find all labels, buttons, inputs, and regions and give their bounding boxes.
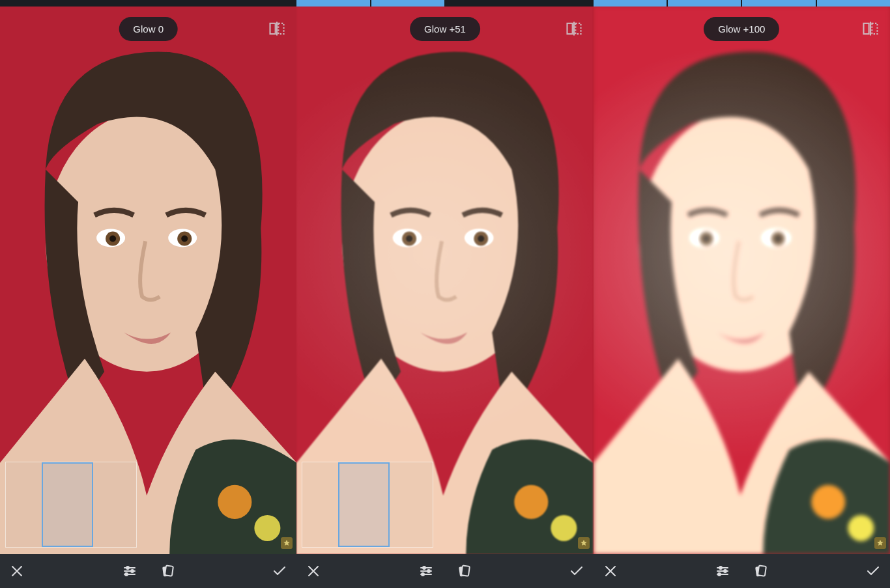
photo-canvas[interactable] <box>594 7 890 554</box>
bottom-toolbar <box>296 554 593 588</box>
star-icon <box>874 537 886 549</box>
svg-point-24 <box>406 235 412 242</box>
svg-point-43 <box>775 235 781 242</box>
svg-point-19 <box>342 111 544 371</box>
svg-point-15 <box>125 573 128 576</box>
svg-point-13 <box>126 567 129 569</box>
editor-pane-0: Glow 0 <box>0 0 296 588</box>
triptych: Glow 0 <box>0 0 890 588</box>
svg-rect-17 <box>165 565 173 576</box>
svg-point-20 <box>393 229 422 247</box>
editor-pane-1: Glow +51 <box>296 0 593 588</box>
svg-point-7 <box>181 235 188 242</box>
compare-icon[interactable] <box>268 20 286 38</box>
check-icon[interactable] <box>865 563 881 579</box>
svg-point-6 <box>109 235 116 242</box>
bottom-toolbar <box>0 554 296 588</box>
star-icon <box>281 537 293 549</box>
parameter-pill: Glow +100 <box>704 17 779 41</box>
minimap-viewport[interactable] <box>42 462 93 547</box>
cards-icon[interactable] <box>456 563 472 579</box>
svg-point-9 <box>254 515 280 541</box>
parameter-pill: Glow +51 <box>410 17 480 41</box>
check-icon[interactable] <box>272 563 287 579</box>
svg-point-26 <box>515 485 549 519</box>
svg-point-14 <box>131 570 134 572</box>
close-icon[interactable] <box>9 563 25 579</box>
svg-rect-53 <box>758 565 766 576</box>
close-icon[interactable] <box>603 563 618 579</box>
slider-track[interactable] <box>0 0 296 7</box>
cards-icon[interactable] <box>160 563 175 579</box>
svg-point-39 <box>762 229 790 247</box>
svg-rect-47 <box>872 23 877 34</box>
minimap[interactable] <box>5 462 137 548</box>
svg-point-49 <box>719 567 722 569</box>
svg-rect-29 <box>575 23 581 34</box>
svg-point-25 <box>478 235 485 242</box>
svg-rect-36 <box>594 7 890 554</box>
svg-point-45 <box>848 515 874 541</box>
svg-point-31 <box>423 567 425 569</box>
editor-pane-2: Glow +100 <box>594 0 890 588</box>
svg-rect-28 <box>567 23 572 34</box>
svg-point-8 <box>218 485 251 519</box>
sliders-icon[interactable] <box>122 563 137 579</box>
minimap[interactable] <box>302 462 433 548</box>
parameter-pill: Glow 0 <box>119 17 178 41</box>
bottom-toolbar <box>594 554 890 588</box>
star-icon <box>578 537 590 549</box>
check-icon[interactable] <box>569 563 584 579</box>
compare-icon[interactable] <box>861 20 880 38</box>
svg-point-51 <box>718 573 721 576</box>
portrait-image <box>594 7 890 554</box>
minimap-viewport[interactable] <box>338 462 390 547</box>
slider-track[interactable] <box>594 0 890 7</box>
svg-point-38 <box>690 229 719 247</box>
svg-point-23 <box>474 231 489 245</box>
compare-icon[interactable] <box>565 20 583 38</box>
slider-track[interactable] <box>296 0 593 7</box>
svg-point-41 <box>771 231 785 245</box>
svg-point-21 <box>465 229 494 247</box>
svg-point-40 <box>699 231 713 245</box>
svg-point-32 <box>427 570 430 572</box>
svg-rect-10 <box>270 23 276 34</box>
svg-point-50 <box>724 570 726 572</box>
svg-point-22 <box>402 231 416 245</box>
sliders-icon[interactable] <box>715 563 730 579</box>
svg-point-27 <box>551 515 577 541</box>
svg-rect-35 <box>461 565 470 576</box>
svg-rect-46 <box>863 23 868 34</box>
sliders-icon[interactable] <box>418 563 434 579</box>
cards-icon[interactable] <box>753 563 768 579</box>
svg-point-37 <box>639 111 841 371</box>
svg-point-44 <box>811 485 845 519</box>
svg-point-33 <box>422 573 424 576</box>
close-icon[interactable] <box>306 563 321 579</box>
svg-rect-11 <box>279 23 284 34</box>
svg-point-42 <box>703 235 710 242</box>
